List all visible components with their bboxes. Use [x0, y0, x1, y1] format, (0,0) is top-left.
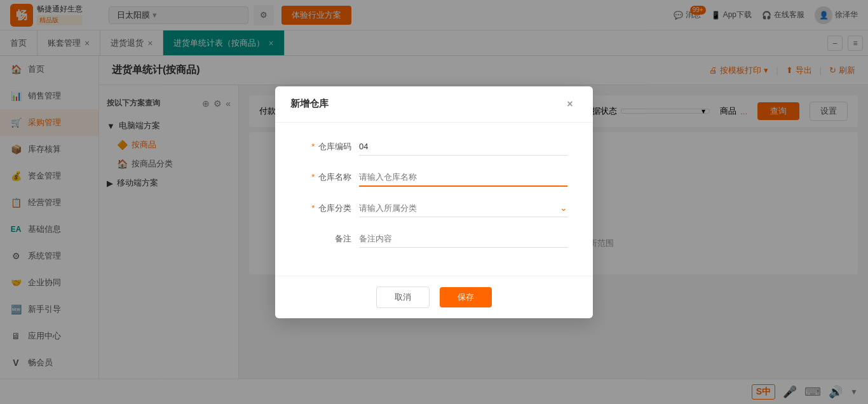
form-code-label: * 仓库编码	[301, 141, 351, 152]
modal-header: 新增仓库 ×	[275, 86, 593, 123]
modal-body: * 仓库编码 * 仓库名称 * 仓库分类	[275, 123, 593, 276]
cancel-button[interactable]: 取消	[376, 286, 430, 308]
form-name-input[interactable]	[359, 168, 567, 187]
form-name-label: * 仓库名称	[301, 172, 351, 183]
required-mark: *	[311, 142, 315, 151]
form-category-select-wrap[interactable]: ⌄	[359, 199, 567, 217]
form-category-label: * 仓库分类	[301, 203, 351, 214]
required-mark2: *	[311, 172, 315, 182]
form-remark-label: 备注	[301, 233, 351, 245]
modal-close-btn[interactable]: ×	[562, 97, 578, 112]
form-row-name: * 仓库名称	[301, 168, 567, 187]
modal-new-warehouse: 新增仓库 × * 仓库编码 * 仓库名称	[275, 86, 593, 318]
modal-title: 新增仓库	[290, 98, 329, 110]
form-category-input[interactable]	[359, 199, 560, 217]
modal-overlay: 新增仓库 × * 仓库编码 * 仓库名称	[0, 0, 868, 404]
form-row-remark: 备注	[301, 230, 567, 248]
save-button[interactable]: 保存	[440, 287, 492, 307]
form-row-code: * 仓库编码	[301, 138, 567, 156]
form-code-input[interactable]	[359, 138, 567, 156]
form-remark-input[interactable]	[359, 230, 567, 248]
category-dropdown-icon[interactable]: ⌄	[560, 203, 567, 213]
modal-footer: 取消 保存	[275, 276, 593, 318]
required-mark3: *	[311, 203, 315, 213]
form-row-category: * 仓库分类 ⌄	[301, 199, 567, 217]
